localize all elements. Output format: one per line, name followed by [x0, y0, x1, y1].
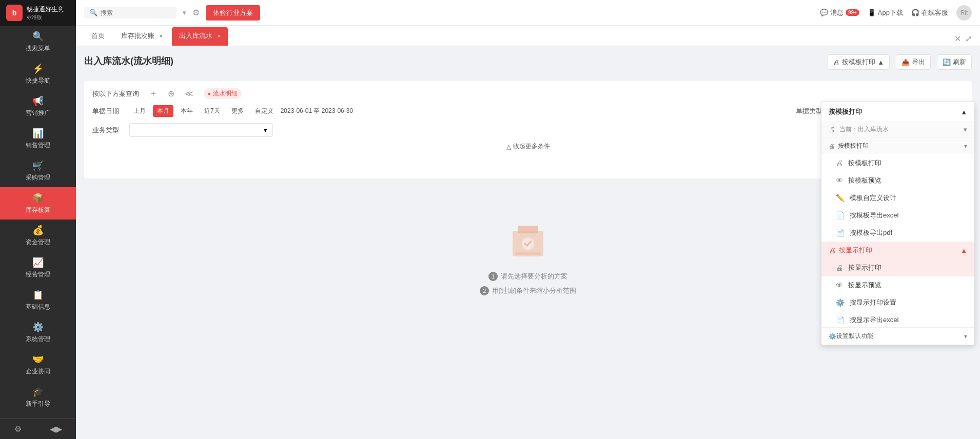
- messages-button[interactable]: 💬 消息 99+: [820, 8, 859, 17]
- dropdown-display-settings[interactable]: ⚙️ 按显示打印设置: [821, 294, 974, 311]
- template-excel-label: 按模板导出excel: [850, 211, 898, 220]
- sidebar-item-sales[interactable]: 📊 销售管理: [0, 123, 76, 155]
- tab-home[interactable]: 首页: [84, 27, 112, 46]
- empty-hint-1: 1 请先选择要分析的方案: [488, 272, 567, 281]
- dropdown-template-custom[interactable]: ✏️ 模板自定义设计: [821, 189, 974, 207]
- search-input[interactable]: [101, 9, 171, 16]
- settings-bottom-icon[interactable]: ⚙: [14, 424, 22, 434]
- collapse-sidebar-icon[interactable]: ◀▶: [50, 424, 62, 434]
- date-btn-this-year[interactable]: 本年: [177, 105, 197, 117]
- filter-tag-flow[interactable]: ● 流水明细: [204, 88, 242, 99]
- topbar-right: 💬 消息 99+ 📱 App下载 🎧 在线客服 Rit: [820, 5, 972, 21]
- date-range-text: 2023-06-01 至 2023-06-30: [281, 107, 353, 115]
- tab-flow-label: 出入库流水: [179, 32, 212, 39]
- search-chevron-icon[interactable]: ▾: [183, 9, 186, 16]
- sidebar-item-base[interactable]: 📋 基础信息: [0, 284, 76, 316]
- filter-row-1: 按以下方案查询 ＋ ⊕ ≪ ● 流水明细: [92, 88, 964, 99]
- dropdown-footer[interactable]: ⚙️ 设置默认功能 ▾: [821, 327, 974, 345]
- print-template-label: 按模板打印: [842, 57, 875, 67]
- tab-maximize-icon[interactable]: ⤢: [965, 34, 972, 44]
- tab-batch[interactable]: 库存批次账 ×: [114, 27, 170, 46]
- sidebar-item-finance[interactable]: 💰 资金管理: [0, 220, 76, 252]
- add-filter-icon[interactable]: ＋: [149, 88, 158, 99]
- sidebar-item-purchase[interactable]: 🛒 采购管理: [0, 155, 76, 187]
- dropdown-template-print[interactable]: 🖨 按模板打印: [821, 154, 974, 172]
- user-avatar[interactable]: Rit: [956, 5, 972, 21]
- refresh-button[interactable]: 🔄 刷新: [937, 54, 972, 70]
- date-btn-last-month[interactable]: 上月: [129, 105, 150, 117]
- business-dropdown-chevron-icon: ▾: [264, 126, 267, 134]
- filter-collapse-icon[interactable]: ≪: [185, 89, 193, 98]
- date-label: 单据日期: [92, 107, 119, 116]
- app-download-button[interactable]: 📱 App下载: [868, 8, 903, 17]
- sidebar-sales-icon: 📊: [32, 128, 44, 139]
- sidebar-item-apps[interactable]: 📱 应用中心: [0, 413, 76, 418]
- industry-solution-button[interactable]: 体验行业方案: [206, 5, 260, 21]
- dropdown-template-section[interactable]: 🖨 按模板打印 ▾: [821, 137, 974, 154]
- logo-icon: b: [6, 5, 23, 21]
- dropdown-display-preview[interactable]: 👁 按显示预览: [821, 276, 974, 294]
- current-chevron-icon[interactable]: ▾: [964, 126, 967, 133]
- template-section-chevron-icon: ▾: [964, 143, 967, 150]
- date-btn-custom[interactable]: 自定义: [251, 105, 278, 117]
- dropdown-display-print[interactable]: 🖨 按显示打印: [821, 259, 974, 276]
- filter-settings-icon[interactable]: ⊕: [168, 89, 174, 98]
- dropdown-header-chevron-icon: ▲: [961, 108, 967, 116]
- sidebar-item-guide[interactable]: 🎓 新手引导: [0, 381, 76, 413]
- dropdown-template-excel[interactable]: 📄 按模板导出excel: [821, 207, 974, 224]
- sidebar-item-marketing[interactable]: 📢 营销推广: [0, 90, 76, 123]
- message-label: 消息: [830, 8, 844, 17]
- refresh-icon: 🔄: [943, 58, 951, 66]
- tab-close-all-icon[interactable]: ✕: [954, 34, 961, 44]
- print-template-button[interactable]: 🖨 按模板打印 ▲: [828, 54, 890, 70]
- svg-point-2: [522, 237, 534, 250]
- dropdown-title: 按模板打印: [829, 107, 862, 116]
- dropdown-display-excel[interactable]: 📄 按显示导出excel: [821, 311, 974, 327]
- sidebar-item-enterprise[interactable]: 🤝 企业协同: [0, 349, 76, 381]
- sidebar-shortcut-icon: ⚡: [32, 63, 44, 74]
- current-icon: 🖨: [829, 126, 835, 133]
- template-section-icon: 🖨: [829, 143, 835, 150]
- sidebar-bottom: ⚙ ◀▶: [0, 418, 76, 439]
- sidebar-item-operations[interactable]: 📈 经营管理: [0, 252, 76, 284]
- filter-tag-icon: ●: [208, 91, 211, 96]
- doc-type-label: 单据类型: [796, 107, 822, 116]
- sidebar-base-label: 基础信息: [26, 303, 50, 311]
- topbar-gear-icon[interactable]: ⚙: [192, 8, 200, 17]
- tab-batch-close-icon[interactable]: ×: [160, 33, 163, 39]
- display-section-chevron-icon: ▲: [961, 247, 967, 254]
- display-settings-icon: ⚙️: [836, 298, 845, 307]
- sidebar-item-shortcut[interactable]: ⚡ 快捷导航: [0, 58, 76, 90]
- tab-batch-label: 库存批次账: [121, 32, 154, 39]
- sidebar-item-system[interactable]: ⚙️ 系统管理: [0, 316, 76, 349]
- dropdown-display-section[interactable]: 🖨 按显示打印 ▲: [821, 242, 974, 259]
- topbar: 🔍 ▾ ⚙ 体验行业方案 💬 消息 99+ 📱 App下载 🎧 在线客服 Rit: [76, 0, 980, 26]
- date-btn-this-month[interactable]: 本月: [153, 105, 173, 117]
- online-service-label: 在线客服: [922, 8, 948, 17]
- topbar-search-box[interactable]: 🔍: [84, 7, 177, 18]
- svg-rect-3: [515, 252, 541, 255]
- date-range-selector: 上月 本月 本年 近7天 更多 自定义 2023-06-01 至 2023-06…: [129, 105, 353, 117]
- template-excel-icon: 📄: [836, 211, 845, 220]
- template-preview-icon: 👁: [836, 176, 843, 185]
- sidebar-sales-label: 销售管理: [26, 141, 50, 150]
- date-btn-7days[interactable]: 近7天: [200, 105, 224, 117]
- business-type-label: 业务类型: [92, 126, 119, 135]
- dropdown-template-preview[interactable]: 👁 按模板预览: [821, 172, 974, 189]
- sidebar-item-search[interactable]: 🔍 搜索菜单: [0, 26, 76, 58]
- online-service-button[interactable]: 🎧 在线客服: [911, 8, 948, 17]
- tab-flow[interactable]: 出入库流水 ×: [172, 27, 228, 46]
- business-type-select[interactable]: ▾: [129, 123, 273, 137]
- template-pdf-icon: 📄: [836, 229, 845, 237]
- footer-settings-label: 设置默认功能: [836, 332, 873, 341]
- collapse-label: 收起更多条件: [513, 142, 550, 151]
- date-btn-more[interactable]: 更多: [227, 105, 248, 117]
- template-preview-label: 按模板预览: [848, 176, 881, 185]
- sidebar-finance-label: 资金管理: [26, 238, 50, 247]
- dropdown-template-pdf[interactable]: 📄 按模板导出pdf: [821, 224, 974, 242]
- filter-tag-label: 流水明细: [213, 89, 238, 98]
- export-button[interactable]: 📤 导出: [896, 54, 931, 70]
- sidebar-item-inventory[interactable]: 📦 库存核算: [0, 187, 76, 220]
- export-label: 导出: [912, 57, 925, 67]
- tab-flow-close-icon[interactable]: ×: [218, 33, 221, 39]
